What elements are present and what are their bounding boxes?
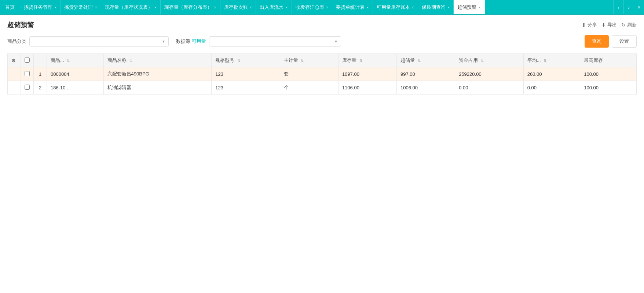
th-avg[interactable]: 平均... ⇅ <box>523 54 580 67</box>
nav-tab-3[interactable]: 现存量（库存分布表） × <box>161 0 220 15</box>
row-max-stock: 100.00 <box>580 81 637 94</box>
nav-tab-close-9[interactable]: × <box>447 5 450 10</box>
nav-tab-close-5[interactable]: × <box>285 5 288 10</box>
nav-tab-10[interactable]: 超储预警 × <box>454 0 484 15</box>
nav-arrow-left[interactable]: ‹ <box>613 0 623 15</box>
nav-tab-4[interactable]: 库存批次账 × <box>220 0 256 15</box>
nav-arrow-right[interactable]: › <box>623 0 634 15</box>
row-unit: 套 <box>280 67 338 81</box>
row-spec: 123 <box>212 81 280 94</box>
filter-category: 商品分类 ▾ <box>7 36 169 47</box>
row-checkbox[interactable] <box>25 71 30 76</box>
th-seq <box>34 54 47 67</box>
refresh-icon: ↻ <box>621 22 626 28</box>
nav-arrow-close[interactable]: × <box>634 0 644 15</box>
row-avg: 260.00 <box>523 67 580 81</box>
th-product-code[interactable]: 商品... ⇅ <box>47 54 104 67</box>
data-table: ⚙ 商品... ⇅ 商品名称 ⇅ 规格型号 ⇅ <box>7 53 637 94</box>
row-gear-cell <box>8 67 21 81</box>
th-gear[interactable]: ⚙ <box>8 54 21 67</box>
nav-tab-close-4[interactable]: × <box>250 5 252 10</box>
row-max-stock: 100.00 <box>580 67 637 81</box>
row-spec: 123 <box>212 67 280 81</box>
nav-tab-close-3[interactable]: × <box>214 5 216 10</box>
select-all-checkbox[interactable] <box>25 58 30 63</box>
query-button[interactable]: 查询 <box>585 35 609 48</box>
nav-tab-9[interactable]: 保质期查询 × <box>418 0 454 15</box>
row-seq: 1 <box>34 67 47 81</box>
nav-tab-close-8[interactable]: × <box>412 5 414 10</box>
page-title: 超储预警 <box>7 21 34 29</box>
th-max-stock: 最高库存 <box>580 54 637 67</box>
share-action[interactable]: ⬆ 分享 <box>582 22 597 28</box>
nav-tab-close-2[interactable]: × <box>154 5 157 10</box>
table-row: 2 186-10... 机油滤清器 123 个 1106.00 1006.00 … <box>8 81 637 94</box>
nav-arrows: ‹ › × <box>613 0 644 15</box>
nav-tab-close-7[interactable]: × <box>366 5 369 10</box>
row-gear-cell <box>8 81 21 94</box>
row-product-name: 机油滤清器 <box>103 81 212 94</box>
th-stock[interactable]: 库存量 ⇅ <box>338 54 396 67</box>
row-product-code: 0000004 <box>47 67 104 81</box>
row-stock: 1097.00 <box>338 67 396 81</box>
export-action[interactable]: ⬇ 导出 <box>601 22 617 28</box>
nav-home[interactable]: 首页 <box>0 0 20 15</box>
row-capital: 0.00 <box>455 81 524 94</box>
datasource-chevron-icon: ▾ <box>335 39 337 44</box>
sort-icon-spec: ⇅ <box>237 59 240 63</box>
row-product-name: 六配套新昌490BPG <box>103 67 212 81</box>
row-checkbox-cell[interactable] <box>21 67 34 81</box>
sort-icon-product-name: ⇅ <box>129 59 132 63</box>
row-product-code: 186-10... <box>47 81 104 94</box>
chevron-down-icon: ▾ <box>162 39 165 44</box>
settings-button[interactable]: 设置 <box>612 35 637 48</box>
category-select[interactable]: ▾ <box>29 36 169 47</box>
sort-icon-avg: ⇅ <box>544 59 546 63</box>
sort-icon-product-code: ⇅ <box>67 59 70 63</box>
row-avg: 0.00 <box>523 81 580 94</box>
nav-tab-close-10[interactable]: × <box>478 5 480 10</box>
row-over-stock: 1006.00 <box>397 81 455 94</box>
row-seq: 2 <box>34 81 47 94</box>
row-over-stock: 997.00 <box>397 67 455 81</box>
category-label: 商品分类 <box>7 38 26 45</box>
nav-tab-close-0[interactable]: × <box>54 5 56 10</box>
th-checkbox[interactable] <box>21 54 34 67</box>
nav-tab-0[interactable]: 拣货任务管理 × <box>20 0 61 15</box>
nav-tab-7[interactable]: 要货单统计表 × <box>332 0 373 15</box>
th-spec[interactable]: 规格型号 ⇅ <box>212 54 280 67</box>
row-checkbox[interactable] <box>25 85 30 90</box>
row-unit: 个 <box>280 81 338 94</box>
refresh-action[interactable]: ↻ 刷新 <box>621 22 637 28</box>
sort-icon-over-stock: ⇅ <box>418 59 421 63</box>
datasource-select[interactable]: ▾ <box>209 36 341 47</box>
header-actions: ⬆ 分享 ⬇ 导出 ↻ 刷新 <box>582 22 637 28</box>
page-header: 超储预警 ⬆ 分享 ⬇ 导出 ↻ 刷新 <box>7 21 637 29</box>
nav-tab-8[interactable]: 可用量库存账本 × <box>373 0 418 15</box>
nav-tab-2[interactable]: 现存量（库存状况表） × <box>101 0 161 15</box>
row-checkbox-cell[interactable] <box>21 81 34 94</box>
th-capital[interactable]: 资金占用 ⇅ <box>455 54 524 67</box>
th-product-name[interactable]: 商品名称 ⇅ <box>103 54 212 67</box>
th-unit[interactable]: 主计量 ⇅ <box>280 54 338 67</box>
nav-tab-5[interactable]: 出入库流水 × <box>256 0 292 15</box>
datasource-value: 可用量 <box>192 38 206 44</box>
filter-actions: 查询 设置 <box>585 35 637 48</box>
table-row: 1 0000004 六配套新昌490BPG 123 套 1097.00 997.… <box>8 67 637 81</box>
top-nav: 首页 拣货任务管理 × 拣货异常处理 × 现存量（库存状况表） × 现存量（库存… <box>0 0 644 15</box>
th-over-stock[interactable]: 超储量 ⇅ <box>397 54 455 67</box>
filter-row: 商品分类 ▾ 数据源 可用量 ▾ 查询 设置 <box>7 35 637 48</box>
nav-tab-close-6[interactable]: × <box>326 5 328 10</box>
row-stock: 1106.00 <box>338 81 396 94</box>
sort-icon-stock: ⇅ <box>359 59 362 63</box>
nav-tab-6[interactable]: 收发存汇总表 × <box>292 0 332 15</box>
nav-tab-1[interactable]: 拣货异常处理 × <box>61 0 101 15</box>
export-icon: ⬇ <box>601 22 606 28</box>
share-icon: ⬆ <box>582 22 586 28</box>
datasource-label: 数据源 可用量 <box>176 38 206 45</box>
filter-datasource: 数据源 可用量 ▾ <box>176 36 341 47</box>
table-header-row: ⚙ 商品... ⇅ 商品名称 ⇅ 规格型号 ⇅ <box>8 54 637 67</box>
nav-tab-close-1[interactable]: × <box>95 5 97 10</box>
row-capital: 259220.00 <box>455 67 524 81</box>
sort-icon-unit: ⇅ <box>301 59 304 63</box>
